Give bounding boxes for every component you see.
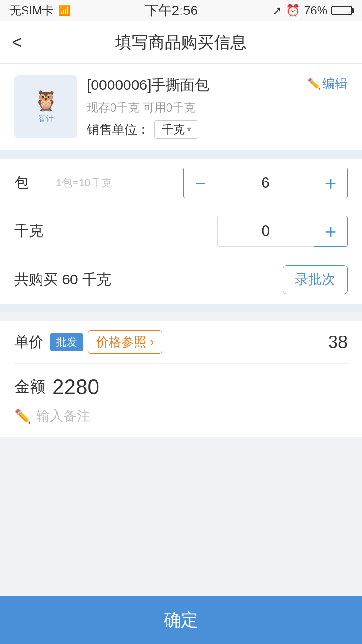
amount-section: 金额 2280 ✏️ 输入备注 <box>0 364 362 437</box>
carrier-text: 无SIM卡 <box>10 3 54 18</box>
confirm-button[interactable]: 确定 <box>0 596 362 644</box>
back-button[interactable]: < <box>12 32 22 53</box>
separator-1 <box>0 150 362 159</box>
bag-input-section: 包 1包=10千克 － 6 ＋ 千克 0 ＋ <box>0 159 362 255</box>
location-icon: ↗ <box>272 4 282 17</box>
remark-placeholder[interactable]: 输入备注 <box>36 407 90 425</box>
product-unit-row: 销售单位： 千克 ▾ <box>87 120 348 139</box>
alarm-icon: ⏰ <box>286 4 300 17</box>
kg-input-row: 千克 0 ＋ <box>0 207 362 255</box>
bag-decrement-button[interactable]: － <box>183 168 217 198</box>
unit-label: 销售单位： <box>87 121 150 138</box>
bag-input-row: 包 1包=10千克 － 6 ＋ <box>0 159 362 207</box>
kg-controls: 0 ＋ <box>217 216 348 247</box>
status-carrier: 无SIM卡 📶 <box>10 3 70 18</box>
bag-increment-button[interactable]: ＋ <box>314 168 348 198</box>
battery-percent: 76% <box>304 4 327 17</box>
nav-bar: < 填写商品购买信息 <box>0 21 362 64</box>
summary-row: 共购买 60 千克 录批次 <box>0 255 362 304</box>
amount-row: 金额 2280 <box>14 375 348 399</box>
chevron-down-icon: ▾ <box>187 124 191 135</box>
wifi-icon: 📶 <box>58 5 70 16</box>
product-thumbnail: 🦉 智计 <box>27 92 65 121</box>
empty-area <box>0 437 362 596</box>
batch-button[interactable]: 录批次 <box>283 265 348 294</box>
bag-label: 包 <box>14 173 53 193</box>
amount-label: 金额 <box>14 377 45 398</box>
kg-increment-button[interactable]: ＋ <box>314 216 348 247</box>
bag-hint: 1包=10千克 <box>56 176 183 190</box>
product-card: 🦉 智计 [0000006]手撕面包 现存0千克 可用0千克 销售单位： 千克 … <box>0 64 362 150</box>
status-right: ↗ ⏰ 76% <box>272 4 352 17</box>
kg-value[interactable]: 0 <box>217 216 314 247</box>
remark-row[interactable]: ✏️ 输入备注 <box>14 407 348 425</box>
product-stock: 现存0千克 可用0千克 <box>87 100 348 115</box>
product-logo-icon: 🦉 <box>34 89 58 112</box>
separator-2 <box>0 304 362 312</box>
status-bar: 无SIM卡 📶 下午2:56 ↗ ⏰ 76% <box>0 0 362 21</box>
price-reference-button[interactable]: 价格参照 › <box>88 330 162 354</box>
edit-button[interactable]: ✏️ 编辑 <box>307 75 348 92</box>
price-value: 38 <box>328 332 348 352</box>
summary-text: 共购买 60 千克 <box>14 270 111 290</box>
page-title: 填写商品购买信息 <box>115 31 247 54</box>
edit-icon: ✏️ <box>307 78 320 90</box>
product-image: 🦉 智计 <box>14 75 77 138</box>
price-row: 单价 批发 价格参照 › 38 <box>14 321 348 364</box>
price-label: 单价 <box>14 332 43 352</box>
bag-value[interactable]: 6 <box>217 168 314 198</box>
battery-bar <box>331 6 352 15</box>
amount-value: 2280 <box>52 375 99 399</box>
price-section: 单价 批发 价格参照 › 38 <box>0 321 362 364</box>
remark-icon: ✏️ <box>14 408 31 424</box>
status-time: 下午2:56 <box>145 1 198 20</box>
kg-label: 千克 <box>14 221 53 241</box>
unit-selector[interactable]: 千克 ▾ <box>154 120 198 139</box>
price-type-badge: 批发 <box>50 333 83 351</box>
logo-text: 智计 <box>38 114 54 124</box>
bag-controls: － 6 ＋ <box>183 168 348 198</box>
